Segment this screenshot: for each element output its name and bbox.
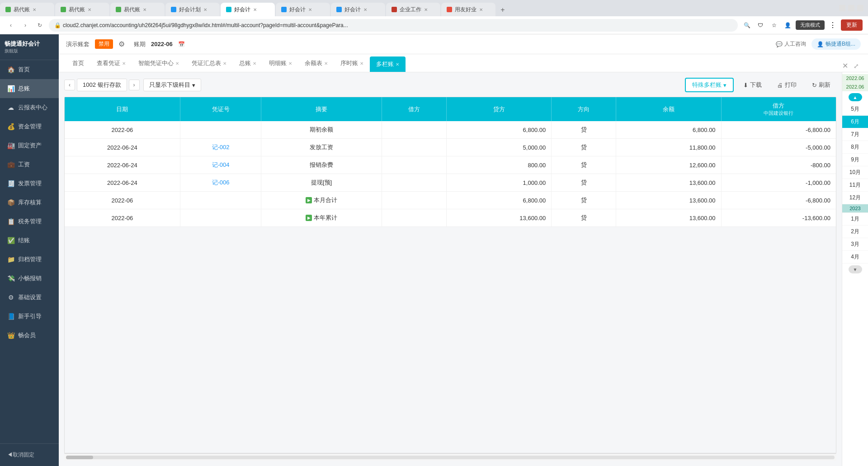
date-scroll-down-button[interactable]: ▼ — [849, 265, 862, 273]
tab-close-2[interactable]: ✕ — [88, 7, 91, 12]
user-badge[interactable]: 👤 畅捷通B组... — [811, 38, 861, 50]
date-june[interactable]: 6月 — [842, 116, 868, 128]
settings-icon[interactable]: ⚙ — [118, 40, 125, 48]
date-scroll-up-button[interactable]: ▲ — [849, 93, 862, 101]
prev-account-button[interactable]: ‹ — [64, 80, 75, 90]
sidebar-item-salary[interactable]: 💼 工资 — [0, 155, 59, 174]
date-july[interactable]: 7月 — [842, 128, 868, 141]
sidebar-item-inventory[interactable]: 📦 库存核算 — [0, 193, 59, 212]
tab-multi-column-close[interactable]: ✕ — [396, 62, 399, 67]
tab-close-3[interactable]: ✕ — [143, 7, 146, 12]
tab-close-7[interactable]: ✕ — [363, 7, 367, 12]
sidebar-item-home[interactable]: 🏠 首页 — [0, 60, 59, 79]
date-feb[interactable]: 2月 — [842, 226, 868, 238]
sidebar-item-ledger[interactable]: 📊 总账 — [0, 79, 59, 98]
browser-menu-button[interactable]: ⋮ — [827, 20, 838, 31]
minimize-button[interactable] — [839, 5, 845, 11]
tab-general-ledger-close[interactable]: ✕ — [253, 61, 256, 66]
tab-detail-ledger[interactable]: 明细账 ✕ — [263, 56, 298, 72]
tab-close-8[interactable]: ✕ — [424, 7, 428, 12]
profile-icon[interactable]: 👤 — [782, 20, 793, 31]
tab-home[interactable]: 首页 — [66, 56, 90, 72]
sidebar-item-settings[interactable]: ⚙ 基础设置 — [0, 288, 59, 307]
unpin-button[interactable]: ◀取消固定 — [0, 447, 59, 462]
browser-tab-9[interactable]: 用友好业 ✕ — [441, 3, 495, 16]
tab-close-9[interactable]: ✕ — [479, 7, 483, 12]
print-button[interactable]: 🖨 打印 — [771, 78, 802, 92]
tab-general-ledger[interactable]: 总账 ✕ — [233, 56, 263, 72]
tab-balance[interactable]: 余额表 ✕ — [298, 56, 334, 72]
voucher-link-4[interactable]: 记-006 — [212, 179, 230, 186]
date-november[interactable]: 11月 — [842, 179, 868, 192]
tab-view-voucher[interactable]: 查看凭证 ✕ — [90, 56, 132, 72]
tab-view-voucher-close[interactable]: ✕ — [122, 61, 126, 66]
maximize-button[interactable] — [848, 5, 854, 11]
tab-balance-close[interactable]: ✕ — [324, 61, 328, 66]
date-december[interactable]: 12月 — [842, 192, 868, 204]
date-mar[interactable]: 3月 — [842, 238, 868, 251]
sub-filter-dropdown[interactable]: 只显示下级科目 ▾ — [143, 79, 201, 91]
tab-voucher-summary-close[interactable]: ✕ — [223, 61, 226, 66]
horizontal-scrollbar[interactable] — [64, 453, 836, 461]
toolbar-right: 特殊多栏账 ▾ ⬇ 下载 🖨 打印 ↻ 刷新 — [685, 78, 836, 92]
browser-tab-1[interactable]: 易代账 ✕ — [0, 3, 54, 16]
voucher-link-3[interactable]: 记-004 — [212, 161, 230, 168]
sidebar-item-cloud[interactable]: ☁ 云报表中心 — [0, 98, 59, 117]
forward-button[interactable]: › — [20, 20, 31, 31]
tab-expand-button[interactable]: ⤢ — [852, 61, 861, 71]
search-browser-button[interactable]: 🔍 — [741, 20, 752, 31]
sidebar-item-invoice[interactable]: 🧾 发票管理 — [0, 174, 59, 193]
voucher-link-2[interactable]: 记-002 — [212, 144, 230, 151]
back-button[interactable]: ‹ — [5, 20, 16, 31]
date-september[interactable]: 9月 — [842, 154, 868, 166]
refresh-nav-button[interactable]: ↻ — [34, 20, 45, 31]
tab-detail-ledger-close[interactable]: ✕ — [288, 61, 292, 66]
browser-tab-6[interactable]: 好会计 ✕ — [276, 3, 330, 16]
date-jan[interactable]: 1月 — [842, 213, 868, 226]
date-apr[interactable]: 4月 — [842, 251, 868, 264]
tab-multi-column[interactable]: 多栏账 ✕ — [370, 56, 406, 72]
date-may[interactable]: 5月 — [842, 103, 868, 116]
update-button[interactable]: 更新 — [841, 19, 863, 31]
date-october[interactable]: 10月 — [842, 166, 868, 179]
new-tab-button[interactable]: + — [496, 4, 509, 16]
browser-tab-3[interactable]: 易代账 ✕ — [110, 3, 165, 16]
tab-smart-voucher[interactable]: 智能凭证中心 ✕ — [132, 56, 185, 72]
tab-smart-voucher-close[interactable]: ✕ — [175, 61, 179, 66]
browser-tab-7[interactable]: 好会计 ✕ — [331, 3, 385, 16]
calendar-icon[interactable]: 📅 — [178, 41, 185, 47]
next-account-button[interactable]: › — [129, 80, 140, 90]
tab-close-4[interactable]: ✕ — [203, 7, 207, 12]
sidebar-item-tax[interactable]: 📋 税务管理 — [0, 212, 59, 231]
bookmark-icon[interactable]: ☆ — [769, 20, 779, 31]
date-august[interactable]: 8月 — [842, 141, 868, 154]
sidebar-item-member[interactable]: 👑 畅会员 — [0, 326, 59, 345]
sidebar-item-assets[interactable]: 🏭 固定资产 — [0, 136, 59, 155]
tab-voucher-summary[interactable]: 凭证汇总表 ✕ — [185, 56, 233, 72]
tab-close-6[interactable]: ✕ — [308, 7, 312, 12]
tab-sequence[interactable]: 序时账 ✕ — [334, 56, 370, 72]
consult-button[interactable]: 💬 人工咨询 — [776, 40, 806, 48]
tab-close-1[interactable]: ✕ — [33, 7, 36, 12]
tab-close-5[interactable]: ✕ — [253, 7, 257, 12]
scroll-thumb[interactable] — [66, 456, 93, 459]
browser-tab-8[interactable]: 企业工作 ✕ — [386, 3, 440, 16]
close-button[interactable] — [857, 5, 863, 11]
tab-sequence-close[interactable]: ✕ — [360, 61, 363, 66]
incognito-button[interactable]: 无痕模式 — [796, 20, 825, 30]
sidebar-item-funds[interactable]: 💰 资金管理 — [0, 117, 59, 136]
refresh-button[interactable]: ↻ 刷新 — [806, 78, 836, 92]
sidebar-item-archive[interactable]: 📁 归档管理 — [0, 250, 59, 269]
shield-icon[interactable]: 🛡 — [755, 20, 766, 31]
browser-tab-4[interactable]: 好会计划 ✕ — [165, 3, 220, 16]
special-multicolumn-button[interactable]: 特殊多栏账 ▾ — [685, 78, 734, 92]
browser-tab-5[interactable]: 好会计 ✕ — [221, 3, 275, 16]
download-button[interactable]: ⬇ 下载 — [737, 78, 768, 92]
url-bar[interactable]: 🔒 cloud2.chanjet.com/accounting/uh26t264… — [49, 19, 738, 32]
sidebar-bottom: ◀取消固定 — [0, 443, 59, 466]
sidebar-item-close[interactable]: ✅ 结账 — [0, 231, 59, 250]
sidebar-item-guide[interactable]: 📘 新手引导 — [0, 307, 59, 326]
tab-collapse-button[interactable]: ✕ — [840, 60, 850, 72]
sidebar-item-expense[interactable]: 💸 小畅报销 — [0, 269, 59, 288]
browser-tab-2[interactable]: 易代账 ✕ — [55, 3, 109, 16]
